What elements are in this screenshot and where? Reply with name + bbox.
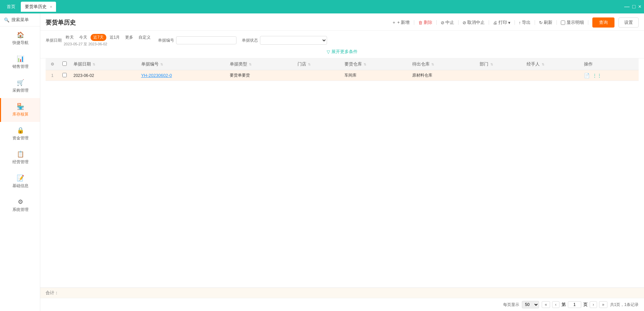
row-date: 2023-06-02 bbox=[70, 70, 138, 81]
print-icon: 🖨 bbox=[493, 20, 497, 25]
tab-active[interactable]: 要货单历史 × bbox=[21, 2, 56, 12]
table-header-row: ⚙ 单据日期 ⇅ 单据编号 ⇅ 单据类型 bbox=[46, 58, 639, 70]
settings-col-header[interactable]: ⚙ bbox=[46, 58, 59, 70]
th-date: 单据日期 ⇅ bbox=[70, 58, 138, 70]
sort-reqwarehouse-icon[interactable]: ⇅ bbox=[364, 62, 366, 66]
print-dropdown-icon[interactable]: ▾ bbox=[508, 20, 511, 25]
refresh-icon: ↻ bbox=[539, 20, 543, 25]
row-checkbox-cell bbox=[59, 70, 70, 81]
date-btn-more[interactable]: 更多 bbox=[123, 34, 135, 41]
date-btn-today[interactable]: 今天 bbox=[77, 34, 89, 41]
date-btn-yesterday[interactable]: 昨天 bbox=[64, 34, 76, 41]
maximize-icon[interactable]: □ bbox=[632, 4, 636, 10]
stop-button[interactable]: ⊘ 中止 bbox=[441, 19, 454, 26]
top-bar: 首页 要货单历史 × — □ × bbox=[0, 0, 644, 13]
operation-icon: 📋 bbox=[17, 150, 24, 158]
page-unit: 页 bbox=[583, 302, 588, 308]
order-no-input[interactable] bbox=[176, 36, 236, 44]
new-button[interactable]: ＋ + 新增 bbox=[392, 19, 410, 26]
divider2 bbox=[436, 20, 437, 25]
sidebar-item-sales[interactable]: 📊 销售管理 bbox=[0, 50, 40, 74]
date-filter: 昨天 今天 近7天 近1月 更多 自定义 bbox=[64, 34, 153, 41]
expand-more-icon: ▽ bbox=[327, 49, 330, 54]
divider7 bbox=[556, 20, 557, 25]
display-detail-checkbox[interactable]: 显示明细 bbox=[561, 19, 584, 26]
next-page-btn[interactable]: › bbox=[590, 301, 597, 308]
tab-home[interactable]: 首页 bbox=[3, 2, 19, 12]
divider bbox=[414, 20, 414, 25]
th-store: 门店 ⇅ bbox=[294, 58, 341, 70]
date-btn-custom[interactable]: 自定义 bbox=[137, 34, 153, 41]
sort-ordertype-icon[interactable]: ⇅ bbox=[249, 62, 252, 66]
th-department: 部门 ⇅ bbox=[476, 58, 523, 70]
page-summary: 共1页，1条记录 bbox=[610, 302, 639, 308]
page-nav: « ‹ 第 页 › » bbox=[542, 301, 607, 308]
select-all-checkbox[interactable] bbox=[62, 61, 67, 66]
status-filter-item: 单据状态 bbox=[242, 36, 327, 45]
sidebar-item-basic[interactable]: 📝 基础信息 bbox=[0, 170, 40, 193]
sidebar-item-system[interactable]: ⚙ 系统管理 bbox=[0, 193, 40, 217]
order-no-link[interactable]: YH-20230602-0 bbox=[141, 73, 172, 78]
expand-more-btn[interactable]: ▽ 展开更多条件 bbox=[327, 49, 358, 55]
page-number-input[interactable] bbox=[568, 301, 581, 308]
data-table: ⚙ 单据日期 ⇅ 单据编号 ⇅ 单据类型 bbox=[46, 58, 639, 81]
window-controls: — □ × bbox=[624, 4, 641, 10]
date-btn-1month[interactable]: 近1月 bbox=[108, 34, 122, 41]
new-icon: ＋ bbox=[392, 19, 396, 26]
row-edit-icon[interactable]: 📄 bbox=[584, 73, 590, 78]
table-container: ⚙ 单据日期 ⇅ 单据编号 ⇅ 单据类型 bbox=[40, 58, 644, 287]
display-detail-check[interactable] bbox=[561, 20, 565, 25]
setting-button[interactable]: 设置 bbox=[619, 17, 639, 28]
date-btn-7days[interactable]: 近7天 bbox=[91, 34, 106, 41]
sort-store-icon[interactable]: ⇅ bbox=[308, 62, 311, 66]
divider5 bbox=[515, 20, 515, 25]
table-footer: 合计： bbox=[40, 287, 644, 298]
status-label: 单据状态 bbox=[242, 38, 258, 43]
window-close-icon[interactable]: × bbox=[638, 4, 641, 10]
header-actions: ＋ + 新增 🗑 删除 ⊘ 中止 ⊘ 取消中止 bbox=[392, 17, 639, 28]
prev-page-btn[interactable]: ‹ bbox=[552, 301, 559, 308]
th-req-warehouse: 要货仓库 ⇅ bbox=[341, 58, 409, 70]
page-size-select[interactable]: 20 50 100 bbox=[522, 301, 539, 308]
tab-close-icon[interactable]: × bbox=[50, 5, 52, 9]
page-header: 要货单历史 ＋ + 新增 🗑 删除 ⊘ 中止 ⊘ bbox=[40, 13, 644, 31]
sidebar: 🔍 搜索菜单 🏠 快捷导航 📊 销售管理 🛒 采购管理 🏪 库存核算 🔒 资金管… bbox=[0, 13, 40, 311]
first-page-btn[interactable]: « bbox=[542, 301, 550, 308]
sort-department-icon[interactable]: ⇅ bbox=[490, 62, 493, 66]
sort-orderno-icon[interactable]: ⇅ bbox=[160, 62, 163, 66]
minimize-icon[interactable]: — bbox=[624, 4, 630, 10]
search-menu[interactable]: 🔍 搜索菜单 bbox=[0, 13, 40, 27]
sort-date-icon[interactable]: ⇅ bbox=[93, 62, 95, 66]
delete-button[interactable]: 🗑 删除 bbox=[418, 19, 432, 26]
sidebar-item-operation[interactable]: 📋 经营管理 bbox=[0, 146, 40, 170]
th-action: 操作 bbox=[581, 58, 639, 70]
sidebar-item-purchase[interactable]: 🛒 采购管理 bbox=[0, 74, 40, 98]
divider8 bbox=[588, 20, 588, 25]
divider6 bbox=[535, 20, 535, 25]
print-button[interactable]: 🖨 打印 ▾ bbox=[493, 19, 511, 26]
query-button[interactable]: 查询 bbox=[592, 17, 614, 28]
divider4 bbox=[489, 20, 489, 25]
row-req-warehouse: 车间库 bbox=[341, 70, 409, 81]
row-order-type: 要货单要货 bbox=[226, 70, 294, 81]
filter-area: 单据日期 昨天 今天 近7天 近1月 更多 自定义 bbox=[40, 31, 644, 58]
sort-pendingwarehouse-icon[interactable]: ⇅ bbox=[431, 62, 434, 66]
export-button[interactable]: ↑ 导出 bbox=[519, 19, 531, 26]
status-select[interactable] bbox=[260, 36, 327, 45]
row-handler bbox=[523, 70, 581, 81]
row-department bbox=[476, 70, 523, 81]
sidebar-item-quick-nav[interactable]: 🏠 快捷导航 bbox=[0, 27, 40, 50]
refresh-button[interactable]: ↻ 刷新 bbox=[539, 19, 552, 26]
row-checkbox[interactable] bbox=[62, 73, 67, 77]
total-label: 合计： bbox=[46, 290, 59, 296]
content-area: 要货单历史 ＋ + 新增 🗑 删除 ⊘ 中止 ⊘ bbox=[40, 13, 644, 311]
date-range: 2023-05-27 至 2023-06-02 bbox=[64, 42, 153, 47]
row-more-icon[interactable]: ⋮⋮ bbox=[592, 73, 602, 78]
sidebar-item-inventory[interactable]: 🏪 库存核算 bbox=[0, 98, 40, 122]
cancel-stop-button[interactable]: ⊘ 取消中止 bbox=[463, 19, 485, 26]
sidebar-item-finance[interactable]: 🔒 资金管理 bbox=[0, 122, 40, 146]
order-no-filter-item: 单据编号 bbox=[158, 36, 236, 44]
sort-handler-icon[interactable]: ⇅ bbox=[542, 62, 544, 66]
checkbox-col-header bbox=[59, 58, 70, 70]
last-page-btn[interactable]: » bbox=[599, 301, 607, 308]
